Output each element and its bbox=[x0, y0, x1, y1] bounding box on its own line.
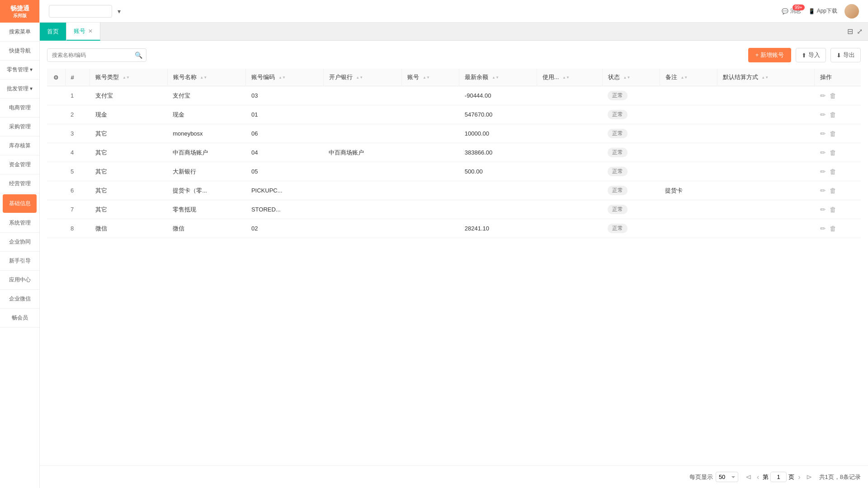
sidebar-nav: 搜索菜单快捷导航零售管理 ▾批发管理 ▾电商管理采购管理库存核算资金管理经营管理… bbox=[0, 23, 39, 488]
cell-code: 03 bbox=[246, 86, 323, 105]
th-name: 账号名称 ▲▼ bbox=[167, 69, 246, 86]
cell-settings bbox=[47, 124, 65, 143]
table-row: 7 其它 零售抵现 STORED... 正常 ✏ 🗑 bbox=[47, 200, 861, 219]
page-total-info: 共1页，8条记录 bbox=[819, 473, 861, 481]
sidebar-item-purchase-mgmt[interactable]: 采购管理 bbox=[0, 117, 39, 136]
add-account-button[interactable]: + 新增账号 bbox=[748, 48, 791, 62]
page-next-button[interactable]: › bbox=[796, 472, 802, 482]
sidebar-item-ops-mgmt[interactable]: 经营管理 bbox=[0, 174, 39, 193]
edit-button[interactable]: ✏ bbox=[820, 168, 826, 176]
edit-button[interactable]: ✏ bbox=[820, 187, 826, 195]
cell-settings bbox=[47, 105, 65, 124]
sidebar-item-member[interactable]: 畅会员 bbox=[0, 309, 39, 328]
cell-account bbox=[402, 143, 459, 162]
delete-button[interactable]: 🗑 bbox=[830, 187, 836, 195]
th-account: 账号 ▲▼ bbox=[402, 69, 459, 86]
sidebar-item-enterprise-wechat[interactable]: 企业微信 bbox=[0, 290, 39, 309]
cell-balance: 383866.00 bbox=[459, 143, 537, 162]
message-button[interactable]: 💬 消息 99+ bbox=[782, 7, 801, 15]
sidebar-item-wholesale-mgmt[interactable]: 批发管理 ▾ bbox=[0, 80, 39, 99]
app-logo: 畅捷通 乐邦版 bbox=[0, 0, 39, 23]
tab-account[interactable]: 账号 ✕ bbox=[66, 23, 100, 41]
page-input[interactable] bbox=[770, 472, 787, 482]
sidebar-item-quick-nav[interactable]: 快捷导航 bbox=[0, 42, 39, 61]
cell-account bbox=[402, 181, 459, 200]
sidebar-item-new-guide[interactable]: 新手引导 bbox=[0, 252, 39, 271]
cell-usage bbox=[537, 162, 602, 181]
cell-settings bbox=[47, 143, 65, 162]
cell-code: 06 bbox=[246, 124, 323, 143]
import-button[interactable]: ⬆ 导入 bbox=[796, 48, 826, 62]
search-button[interactable]: 🔍 bbox=[131, 49, 146, 61]
delete-button[interactable]: 🗑 bbox=[830, 168, 836, 176]
cell-settings bbox=[47, 181, 65, 200]
edit-button[interactable]: ✏ bbox=[820, 149, 826, 157]
page-size-select[interactable]: 50 10 20 100 bbox=[716, 472, 738, 482]
cell-remark bbox=[660, 200, 717, 219]
cell-type: 支付宝 bbox=[90, 86, 167, 105]
table-row: 3 其它 moneybosx 06 10000.00 正常 ✏ 🗑 bbox=[47, 124, 861, 143]
tab-account-close[interactable]: ✕ bbox=[88, 28, 93, 34]
cell-index: 7 bbox=[65, 200, 90, 219]
th-action: 操作 bbox=[815, 69, 861, 86]
top-search-input[interactable] bbox=[49, 5, 112, 18]
delete-button[interactable]: 🗑 bbox=[830, 130, 836, 138]
edit-button[interactable]: ✏ bbox=[820, 111, 826, 119]
cell-usage bbox=[537, 181, 602, 200]
sidebar-item-search-orders[interactable]: 搜索菜单 bbox=[0, 23, 39, 42]
app-download-button[interactable]: 📱 App下载 bbox=[808, 7, 837, 15]
sidebar-item-ecommerce-mgmt[interactable]: 电商管理 bbox=[0, 99, 39, 117]
sidebar-item-app-center[interactable]: 应用中心 bbox=[0, 271, 39, 290]
cell-settings bbox=[47, 200, 65, 219]
sidebar-item-capital-mgmt[interactable]: 资金管理 bbox=[0, 155, 39, 174]
cell-balance: -90444.00 bbox=[459, 86, 537, 105]
page-first-button[interactable]: ⊲ bbox=[744, 472, 753, 482]
delete-button[interactable]: 🗑 bbox=[830, 92, 836, 100]
cell-action: ✏ 🗑 bbox=[815, 181, 861, 200]
page-size-label: 每页显示 bbox=[689, 473, 713, 481]
sidebar-item-system-mgmt[interactable]: 系统管理 bbox=[0, 214, 39, 233]
edit-button[interactable]: ✏ bbox=[820, 130, 826, 138]
delete-button[interactable]: 🗑 bbox=[830, 225, 836, 233]
accounts-table: ⚙ # 账号类型 ▲▼ 账号名称 ▲▼ 账号编码 ▲▼ 开户银行 ▲▼ 账号 ▲… bbox=[47, 69, 861, 238]
cell-name: 中百商场账户 bbox=[167, 143, 246, 162]
export-icon: ⬇ bbox=[836, 52, 841, 59]
delete-button[interactable]: 🗑 bbox=[830, 111, 836, 119]
sidebar-item-inventory-check[interactable]: 库存核算 bbox=[0, 136, 39, 155]
sidebar-item-basic-info[interactable]: 基础信息 bbox=[3, 194, 37, 213]
cell-type: 其它 bbox=[90, 200, 167, 219]
cell-index: 1 bbox=[65, 86, 90, 105]
cell-type: 其它 bbox=[90, 162, 167, 181]
cell-action: ✏ 🗑 bbox=[815, 143, 861, 162]
edit-button[interactable]: ✏ bbox=[820, 206, 826, 214]
page-prev-button[interactable]: ‹ bbox=[755, 472, 761, 482]
tab-expand-button[interactable]: ⤢ bbox=[857, 27, 863, 36]
cell-code: 01 bbox=[246, 105, 323, 124]
cell-type: 现金 bbox=[90, 105, 167, 124]
cell-bank bbox=[323, 124, 402, 143]
header-right: 💬 消息 99+ 📱 App下载 bbox=[782, 4, 859, 19]
cell-settlement bbox=[717, 200, 815, 219]
edit-button[interactable]: ✏ bbox=[820, 92, 826, 100]
edit-button[interactable]: ✏ bbox=[820, 225, 826, 233]
cell-balance bbox=[459, 200, 537, 219]
page-last-button[interactable]: ⊳ bbox=[804, 472, 814, 482]
delete-button[interactable]: 🗑 bbox=[830, 149, 836, 157]
export-button[interactable]: ⬇ 导出 bbox=[830, 48, 861, 62]
tab-minimize-button[interactable]: ⊟ bbox=[847, 27, 853, 36]
cell-settings bbox=[47, 219, 65, 238]
th-settings[interactable]: ⚙ bbox=[47, 69, 65, 86]
delete-button[interactable]: 🗑 bbox=[830, 206, 836, 214]
dropdown-button[interactable]: ▾ bbox=[118, 8, 121, 15]
cell-status: 正常 bbox=[602, 181, 660, 200]
sidebar-item-retail-mgmt[interactable]: 零售管理 ▾ bbox=[0, 61, 39, 80]
avatar[interactable] bbox=[844, 4, 859, 19]
search-input[interactable] bbox=[47, 49, 131, 61]
import-label: 导入 bbox=[808, 51, 820, 59]
tab-home[interactable]: 首页 bbox=[40, 23, 66, 41]
cell-settlement bbox=[717, 105, 815, 124]
cell-balance: 28241.10 bbox=[459, 219, 537, 238]
sidebar-item-enterprise-agreement[interactable]: 企业协同 bbox=[0, 233, 39, 252]
cell-settlement bbox=[717, 143, 815, 162]
cell-action: ✏ 🗑 bbox=[815, 124, 861, 143]
